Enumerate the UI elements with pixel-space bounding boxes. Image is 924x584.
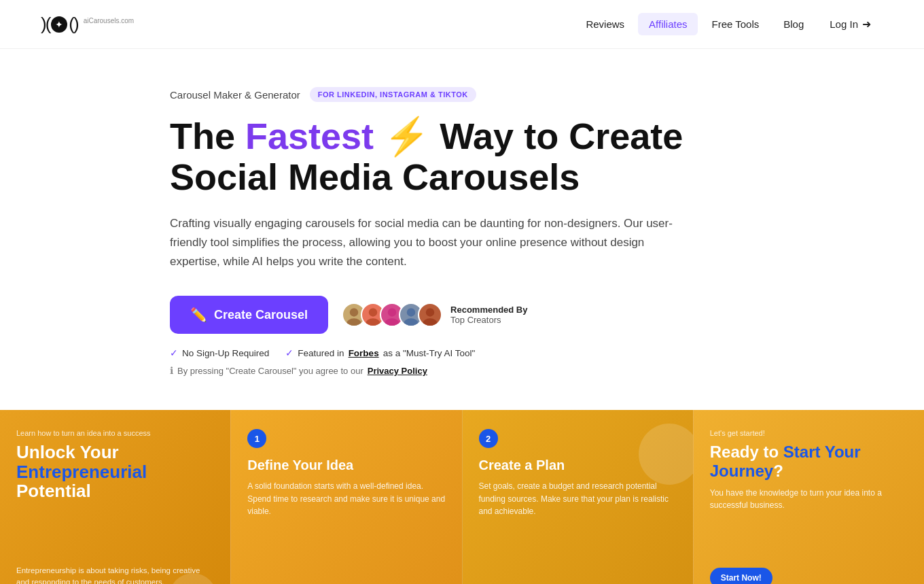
edit-icon: ✏️ bbox=[190, 307, 207, 323]
header: )( ✦ () aiCarousels.com Reviews Affiliat… bbox=[0, 0, 924, 49]
info-icon: ℹ bbox=[170, 365, 173, 376]
forbes-link[interactable]: Forbes bbox=[349, 348, 379, 358]
card3-body: Set goals, create a budget and research … bbox=[479, 480, 677, 518]
create-carousel-button[interactable]: ✏️ Create Carousel bbox=[170, 296, 328, 334]
showcase-card-4: Let's get started! Ready to Start Your J… bbox=[693, 410, 924, 584]
card1-label: Learn how to turn an idea into a success bbox=[16, 429, 214, 437]
showcase-card-2: 1 Define Your Idea A solid foundation st… bbox=[230, 410, 461, 584]
platform-badge: FOR LINKEDIN, INSTAGRAM & TIKTOK bbox=[310, 87, 476, 102]
card2-number-badge: 1 bbox=[247, 429, 266, 448]
svg-point-6 bbox=[407, 308, 415, 316]
showcase-card-3: 2 Create a Plan Set goals, create a budg… bbox=[462, 410, 693, 584]
svg-point-5 bbox=[385, 318, 399, 327]
card2-body: A solid foundation starts with a well-de… bbox=[247, 480, 445, 518]
svg-point-1 bbox=[346, 318, 361, 327]
showcase-card-1: Learn how to turn an idea into a success… bbox=[0, 410, 230, 584]
hero-section: Carousel Maker & Generator FOR LINKEDIN,… bbox=[129, 49, 795, 403]
card4-start-button[interactable]: Start Now! bbox=[710, 568, 772, 584]
privacy-policy-link[interactable]: Privacy Policy bbox=[368, 366, 427, 376]
trust-no-signup: ✓ No Sign-Up Required bbox=[170, 347, 269, 358]
avatar-5 bbox=[418, 303, 442, 327]
trust-forbes: ✓ Featured in Forbes as a "Must-Try AI T… bbox=[285, 347, 475, 358]
hero-description: Crafting visually engaging carousels for… bbox=[170, 214, 673, 271]
hero-subtitle: Carousel Maker & Generator bbox=[170, 89, 300, 101]
logo-text: aiCarousels.com bbox=[84, 17, 134, 31]
check-icon-1: ✓ bbox=[170, 347, 178, 358]
logo-center-icon: ✦ bbox=[51, 16, 67, 33]
card1-title: Unlock Your Entrepreneurial Potential bbox=[16, 443, 214, 501]
showcase-section: Learn how to turn an idea into a success… bbox=[0, 410, 924, 584]
card4-title: Ready to Start Your Journey? bbox=[710, 443, 908, 480]
bracket-left-icon: )( bbox=[41, 14, 50, 35]
main-nav: Reviews Affiliates Free Tools Blog Log I… bbox=[575, 12, 883, 36]
svg-point-0 bbox=[350, 308, 358, 316]
svg-point-9 bbox=[423, 318, 437, 327]
recommended-block: Recommended By Top Creators bbox=[342, 303, 527, 327]
privacy-row: ℹ By pressing "Create Carousel" you agre… bbox=[170, 365, 754, 376]
bracket-right-icon: () bbox=[69, 14, 77, 35]
nav-free-tools[interactable]: Free Tools bbox=[700, 13, 770, 35]
svg-point-4 bbox=[388, 308, 396, 316]
svg-point-2 bbox=[369, 308, 377, 316]
hero-title: The Fastest ⚡ Way to Create Social Media… bbox=[170, 116, 754, 198]
lightning-icon: ⚡ bbox=[374, 116, 429, 156]
svg-point-3 bbox=[366, 318, 380, 327]
avatar-stack bbox=[342, 303, 442, 327]
svg-point-8 bbox=[426, 308, 434, 316]
logo[interactable]: )( ✦ () aiCarousels.com bbox=[41, 14, 134, 35]
nav-reviews[interactable]: Reviews bbox=[575, 13, 635, 35]
svg-point-7 bbox=[404, 318, 418, 327]
logo-icon: )( ✦ () bbox=[41, 14, 78, 35]
card4-small-text: Let's get started! bbox=[710, 429, 908, 437]
nav-blog[interactable]: Blog bbox=[772, 13, 815, 35]
hero-label-row: Carousel Maker & Generator FOR LINKEDIN,… bbox=[170, 87, 754, 102]
login-button[interactable]: Log In ➜ bbox=[817, 12, 883, 36]
fastest-text: Fastest bbox=[245, 116, 374, 156]
cta-row: ✏️ Create Carousel bbox=[170, 296, 754, 334]
login-arrow-icon: ➜ bbox=[862, 18, 871, 31]
trust-row: ✓ No Sign-Up Required ✓ Featured in Forb… bbox=[170, 347, 754, 358]
check-icon-2: ✓ bbox=[285, 347, 294, 358]
nav-affiliates[interactable]: Affiliates bbox=[638, 13, 698, 35]
card2-title: Define Your Idea bbox=[247, 458, 445, 473]
card3-number-badge: 2 bbox=[479, 429, 498, 448]
card4-body: You have the knowledge to turn your idea… bbox=[710, 487, 908, 511]
recommended-text: Recommended By Top Creators bbox=[450, 305, 527, 325]
